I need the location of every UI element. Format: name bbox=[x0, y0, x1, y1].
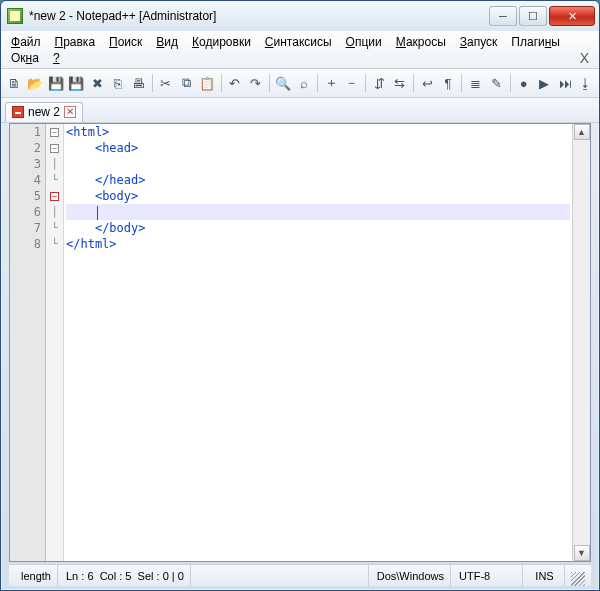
vertical-scrollbar[interactable]: ▲ ▼ bbox=[572, 124, 590, 561]
save-macro-icon[interactable]: ⭳ bbox=[576, 72, 595, 94]
menu-item[interactable]: Плагины bbox=[509, 34, 562, 50]
scroll-up-icon[interactable]: ▲ bbox=[574, 124, 590, 140]
wordwrap-icon[interactable]: ↩ bbox=[418, 72, 437, 94]
toolbar-separator bbox=[365, 74, 366, 92]
close-icon[interactable]: ✖ bbox=[88, 72, 107, 94]
menu-item[interactable]: Запуск bbox=[458, 34, 500, 50]
zoom-in-icon[interactable]: ＋ bbox=[322, 72, 341, 94]
copy-icon[interactable]: ⧉ bbox=[177, 72, 196, 94]
redo-icon[interactable]: ↷ bbox=[246, 72, 265, 94]
cut-icon[interactable]: ✂ bbox=[157, 72, 176, 94]
tab-close-icon[interactable]: ✕ bbox=[64, 106, 76, 118]
fold-marker[interactable]: └ bbox=[46, 236, 63, 252]
code-line[interactable]: </html> bbox=[66, 236, 570, 252]
fold-marker[interactable]: │ bbox=[46, 156, 63, 172]
line-number: 3 bbox=[14, 156, 41, 172]
code-line[interactable] bbox=[66, 156, 570, 172]
menubar: ФайлПравкаПоискВидКодировкиСинтаксисыОпц… bbox=[1, 31, 599, 69]
status-insert-mode[interactable]: INS bbox=[525, 565, 565, 586]
record-macro-icon[interactable]: ● bbox=[514, 72, 533, 94]
replace-icon[interactable]: ⌕ bbox=[294, 72, 313, 94]
save-icon[interactable]: 💾 bbox=[46, 72, 65, 94]
fold-marker[interactable]: └ bbox=[46, 172, 63, 188]
sync-v-icon[interactable]: ⇵ bbox=[370, 72, 389, 94]
line-number: 5 bbox=[14, 188, 41, 204]
line-number: 2 bbox=[14, 140, 41, 156]
line-number: 4 bbox=[14, 172, 41, 188]
line-number: 6 bbox=[14, 204, 41, 220]
toolbar-separator bbox=[152, 74, 153, 92]
line-number: 1 bbox=[14, 124, 41, 140]
statusbar: length Ln : 6 Col : 5 Sel : 0 | 0 Dos\Wi… bbox=[9, 564, 591, 586]
menu-item[interactable]: Правка bbox=[53, 34, 98, 50]
minimize-button[interactable]: ─ bbox=[489, 6, 517, 26]
play-macro-icon[interactable]: ▶ bbox=[535, 72, 554, 94]
toolbar-separator bbox=[269, 74, 270, 92]
maximize-button[interactable]: ☐ bbox=[519, 6, 547, 26]
lang-icon[interactable]: ✎ bbox=[487, 72, 506, 94]
undo-icon[interactable]: ↶ bbox=[225, 72, 244, 94]
fold-marker[interactable]: − bbox=[46, 140, 63, 156]
zoom-out-icon[interactable]: － bbox=[342, 72, 361, 94]
resize-grip-icon[interactable] bbox=[571, 572, 585, 586]
status-eol: Dos\Windows bbox=[371, 565, 451, 586]
menu-item[interactable]: ? bbox=[51, 50, 62, 66]
code-line[interactable]: <head> bbox=[66, 140, 570, 156]
menu-item[interactable]: Окна bbox=[9, 50, 41, 66]
menu-item[interactable]: Синтаксисы bbox=[263, 34, 334, 50]
toolbar-separator bbox=[461, 74, 462, 92]
menu-item[interactable]: Вид bbox=[154, 34, 180, 50]
fold-column[interactable]: −−│└−│└└ bbox=[46, 124, 64, 561]
sync-h-icon[interactable]: ⇆ bbox=[391, 72, 410, 94]
menu-item[interactable]: Поиск bbox=[107, 34, 144, 50]
fold-marker[interactable]: └ bbox=[46, 220, 63, 236]
find-icon[interactable]: 🔍 bbox=[274, 72, 293, 94]
menu-item[interactable]: Опции bbox=[344, 34, 384, 50]
code-line[interactable]: <html> bbox=[66, 124, 570, 140]
unsaved-file-icon bbox=[12, 106, 24, 118]
status-encoding: UTF-8 bbox=[453, 565, 523, 586]
status-position: Ln : 6 Col : 5 Sel : 0 | 0 bbox=[60, 565, 191, 586]
new-file-icon[interactable]: 🗎 bbox=[5, 72, 24, 94]
print-icon[interactable]: 🖶 bbox=[129, 72, 148, 94]
show-all-icon[interactable]: ¶ bbox=[439, 72, 458, 94]
code-line[interactable]: </head> bbox=[66, 172, 570, 188]
app-icon bbox=[7, 8, 23, 24]
editor[interactable]: 12345678 −−│└−│└└ <html> <head> </head> … bbox=[9, 123, 591, 562]
scroll-down-icon[interactable]: ▼ bbox=[574, 545, 590, 561]
titlebar[interactable]: *new 2 - Notepad++ [Administrator] ─ ☐ ✕ bbox=[1, 1, 599, 31]
line-number: 8 bbox=[14, 236, 41, 252]
status-length: length bbox=[15, 565, 58, 586]
code-area[interactable]: <html> <head> </head> <body> </body></ht… bbox=[64, 124, 572, 561]
code-line[interactable]: </body> bbox=[66, 220, 570, 236]
fold-marker[interactable]: │ bbox=[46, 204, 63, 220]
toolbar: 🗎📂💾💾✖⎘🖶✂⧉📋↶↷🔍⌕＋－⇵⇆↩¶≣✎●▶⏭⭳ bbox=[1, 69, 599, 98]
toolbar-separator bbox=[510, 74, 511, 92]
paste-icon[interactable]: 📋 bbox=[198, 72, 217, 94]
fold-marker[interactable]: − bbox=[46, 188, 63, 204]
menu-item[interactable]: Файл bbox=[9, 34, 43, 50]
fold-marker[interactable]: − bbox=[46, 124, 63, 140]
toolbar-separator bbox=[221, 74, 222, 92]
toolbar-separator bbox=[413, 74, 414, 92]
tabbar: new 2 ✕ bbox=[1, 98, 599, 123]
save-all-icon[interactable]: 💾 bbox=[67, 72, 86, 94]
code-line[interactable] bbox=[66, 204, 570, 220]
menu-item[interactable]: Кодировки bbox=[190, 34, 253, 50]
toolbar-separator bbox=[317, 74, 318, 92]
tab-new-2[interactable]: new 2 ✕ bbox=[5, 102, 83, 122]
line-number: 7 bbox=[14, 220, 41, 236]
menu-item[interactable]: Макросы bbox=[394, 34, 448, 50]
window-title: *new 2 - Notepad++ [Administrator] bbox=[29, 9, 489, 23]
menubar-close-icon[interactable]: X bbox=[574, 50, 595, 66]
line-number-gutter: 12345678 bbox=[10, 124, 46, 561]
code-line[interactable]: <body> bbox=[66, 188, 570, 204]
app-window: *new 2 - Notepad++ [Administrator] ─ ☐ ✕… bbox=[0, 0, 600, 591]
close-all-icon[interactable]: ⎘ bbox=[108, 72, 127, 94]
indent-guide-icon[interactable]: ≣ bbox=[466, 72, 485, 94]
close-button[interactable]: ✕ bbox=[549, 6, 595, 26]
tab-label: new 2 bbox=[28, 105, 60, 119]
run-macro-icon[interactable]: ⏭ bbox=[556, 72, 575, 94]
open-file-icon[interactable]: 📂 bbox=[26, 72, 45, 94]
